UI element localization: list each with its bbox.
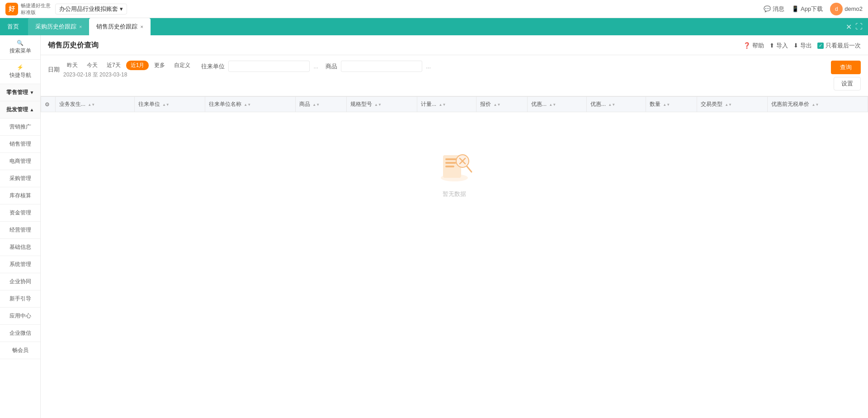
tab-sales[interactable]: 销售历史价跟踪 × <box>89 18 150 35</box>
sidebar-item-marketing[interactable]: 营销推广 <box>0 119 40 136</box>
action-btns: 查询 设置 <box>831 61 861 90</box>
date-btn-today[interactable]: 今天 <box>83 61 101 70</box>
user-menu[interactable]: d demo2 <box>830 3 863 15</box>
sidebar-item-purchase[interactable]: 采购管理 <box>0 170 40 187</box>
help-btn[interactable]: ❓ 帮助 <box>743 42 764 50</box>
export-btn[interactable]: ⬇ 导出 <box>793 42 812 50</box>
date-btn-more[interactable]: 更多 <box>151 61 169 70</box>
sidebar-item-finance[interactable]: 资金管理 <box>0 204 40 222</box>
sidebar-item-operations[interactable]: 经营管理 <box>0 222 40 239</box>
sort-price-icon: ▲▼ <box>493 103 500 107</box>
svg-rect-4 <box>445 166 454 167</box>
sidebar-item-ecommerce[interactable]: 电商管理 <box>0 153 40 170</box>
tab-bar: 首页 采购历史价跟踪 × 销售历史价跟踪 × ✕ ⛶ <box>0 18 868 35</box>
th-quantity[interactable]: 数量 ▲▼ <box>646 97 697 112</box>
close-window-btn[interactable]: ✕ <box>846 23 852 31</box>
date-label: 日期 <box>48 66 60 74</box>
th-unit[interactable]: 计量... ▲▼ <box>417 97 476 112</box>
tab-home[interactable]: 首页 <box>0 18 26 35</box>
date-btn-custom[interactable]: 自定义 <box>170 61 194 70</box>
message-icon: 💬 <box>764 5 771 12</box>
sidebar-item-newbie[interactable]: 新手引导 <box>0 290 40 308</box>
date-btn-7days[interactable]: 近7天 <box>103 61 124 70</box>
retail-arrow-icon: ▼ <box>30 90 34 95</box>
logo-icon: 好 <box>5 3 18 15</box>
th-price[interactable]: 报价 ▲▼ <box>476 97 528 112</box>
download-btn[interactable]: 📱 App下载 <box>792 5 823 13</box>
table-settings-icon[interactable]: ⚙ <box>45 101 50 108</box>
purchase-tab-label: 采购历史价跟踪 <box>35 23 76 31</box>
wholesale-arrow-icon: ▲ <box>30 107 34 112</box>
sidebar-item-member[interactable]: 畅会员 <box>0 342 40 359</box>
sidebar-item-apps[interactable]: 应用中心 <box>0 308 40 325</box>
th-product[interactable]: 商品 ▲▼ <box>295 97 346 112</box>
empty-text: 暂无数据 <box>443 190 466 198</box>
sort-product-icon: ▲▼ <box>312 103 320 107</box>
page-header: 销售历史价查询 ❓ 帮助 ⬆ 导入 ⬇ 导出 ✓ <box>41 35 868 55</box>
table-container: ⚙ 业务发生... ▲▼ 往来单位 ▲▼ 往来单位名称 ▲▼ <box>41 96 868 418</box>
sidebar-item-wholesale[interactable]: 批发管理 ▲ <box>0 101 40 119</box>
th-biz-date[interactable]: 业务发生... ▲▼ <box>56 97 135 112</box>
page-title-row: 销售历史价查询 ❓ 帮助 ⬆ 导入 ⬇ 导出 ✓ <box>48 41 861 50</box>
logo-text: 畅捷通好生意 标准版 <box>21 2 51 15</box>
partner-filter-group: 往来单位 ... <box>201 61 318 72</box>
avatar: d <box>830 3 843 15</box>
sidebar-item-system[interactable]: 系统管理 <box>0 256 40 273</box>
top-bar: 好 畅捷通好生意 标准版 办公用品行业模拟账套 ▾ 💬 消息 📱 App下载 d… <box>0 0 868 18</box>
app-selector[interactable]: 办公用品行业模拟账套 ▾ <box>55 4 127 14</box>
date-btn-1month[interactable]: 近1月 <box>126 61 149 70</box>
date-filter-wrap: 昨天 今天 近7天 近1月 更多 自定义 2023-02-18 至 2023-0… <box>63 61 194 79</box>
sidebar-item-search[interactable]: 🔍 搜索菜单 <box>0 35 40 60</box>
import-icon: ⬆ <box>769 42 774 49</box>
data-table: ⚙ 业务发生... ▲▼ 往来单位 ▲▼ 往来单位名称 ▲▼ <box>41 96 868 112</box>
home-tab-label: 首页 <box>7 23 19 31</box>
svg-line-8 <box>467 166 472 172</box>
date-filter-group: 日期 昨天 今天 近7天 近1月 更多 自定义 2023-02-18 至 202… <box>48 61 194 79</box>
page-actions: ❓ 帮助 ⬆ 导入 ⬇ 导出 ✓ 只看最后一次 <box>743 42 861 50</box>
shortcut-icon: ⚡ <box>17 64 24 71</box>
sort-trade-type-icon: ▲▼ <box>725 103 732 107</box>
message-btn[interactable]: 💬 消息 <box>764 5 784 13</box>
th-discount1[interactable]: 优惠... ▲▼ <box>527 97 586 112</box>
date-btns: 昨天 今天 近7天 近1月 更多 自定义 <box>63 61 194 70</box>
sidebar-item-inventory[interactable]: 库存核算 <box>0 187 40 204</box>
sort-discount1-icon: ▲▼ <box>549 103 556 107</box>
sidebar-item-wechat[interactable]: 企业微信 <box>0 325 40 342</box>
sidebar-item-enterprise[interactable]: 企业协同 <box>0 273 40 290</box>
date-range: 2023-02-18 至 2023-03-18 <box>63 71 194 79</box>
sidebar-item-sales-mgmt[interactable]: 销售管理 <box>0 136 40 153</box>
only-last-checkbox[interactable]: ✓ 只看最后一次 <box>817 42 861 50</box>
th-partner[interactable]: 往来单位 ▲▼ <box>134 97 205 112</box>
sidebar-item-retail[interactable]: 零售管理 ▼ <box>0 84 40 101</box>
th-partner-name[interactable]: 往来单位名称 ▲▼ <box>205 97 295 112</box>
sidebar-item-basicinfo[interactable]: 基础信息 <box>0 239 40 256</box>
export-icon: ⬇ <box>793 42 798 49</box>
sort-discount2-icon: ▲▼ <box>608 103 615 107</box>
sort-quantity-icon: ▲▼ <box>663 103 670 107</box>
search-icon: 🔍 <box>17 40 24 46</box>
tab-purchase[interactable]: 采购历史价跟踪 × <box>28 18 89 35</box>
partner-dots-btn[interactable]: ... <box>313 63 318 70</box>
th-discount2[interactable]: 优惠... ▲▼ <box>587 97 646 112</box>
product-filter-group: 商品 ... <box>326 61 431 72</box>
maximize-btn[interactable]: ⛶ <box>855 23 863 31</box>
sales-tab-label: 销售历史价跟踪 <box>96 23 137 31</box>
settings-button[interactable]: 设置 <box>834 77 861 90</box>
product-dots-btn[interactable]: ... <box>426 63 431 70</box>
query-button[interactable]: 查询 <box>831 61 861 74</box>
partner-input[interactable] <box>228 61 310 72</box>
product-input[interactable] <box>341 61 422 72</box>
th-trade-type[interactable]: 交易类型 ▲▼ <box>697 97 767 112</box>
empty-state: 暂无数据 <box>41 112 868 234</box>
sidebar-item-shortcut[interactable]: ⚡ 快捷导航 <box>0 60 40 84</box>
purchase-tab-close[interactable]: × <box>79 24 82 29</box>
sales-tab-close[interactable]: × <box>140 24 143 29</box>
top-bar-right: 💬 消息 📱 App下载 d demo2 <box>764 3 863 15</box>
date-btn-yesterday[interactable]: 昨天 <box>63 61 81 70</box>
th-spec[interactable]: 规格型号 ▲▼ <box>346 97 417 112</box>
sort-biz-date-icon: ▲▼ <box>88 103 95 107</box>
import-btn[interactable]: ⬆ 导入 <box>769 42 788 50</box>
table-header: ⚙ 业务发生... ▲▼ 往来单位 ▲▼ 往来单位名称 ▲▼ <box>41 97 868 112</box>
th-no-tax-price[interactable]: 优惠前无税单价 ▲▼ <box>768 97 868 112</box>
sort-spec-icon: ▲▼ <box>374 103 382 107</box>
